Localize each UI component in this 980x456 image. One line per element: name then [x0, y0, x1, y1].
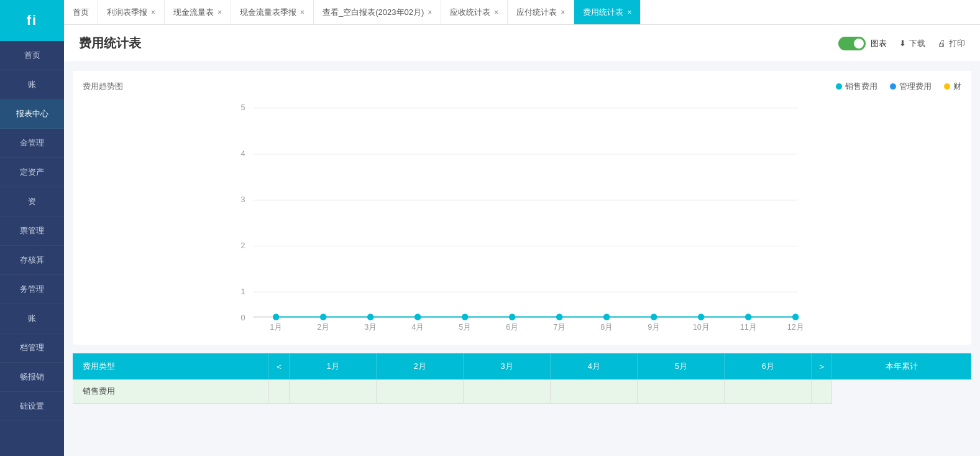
sidebar-item-smooth-cancel[interactable]: 畅报销	[0, 363, 64, 392]
tab-profit-report-label: 利润表季报	[107, 7, 147, 18]
svg-text:5月: 5月	[459, 323, 471, 332]
data-table-section: 费用类型 < 1月 2月 3月 4月 5月 6月 > 本年累计	[73, 353, 971, 404]
chart-container: 5 4 3 2 1 0 1月 2月 3月	[83, 98, 961, 335]
app-logo: fi	[0, 0, 64, 41]
tab-receivable[interactable]: 应收统计表 ×	[441, 0, 508, 24]
sidebar-item-account[interactable]: 账	[0, 70, 64, 100]
col-nav-next[interactable]: >	[812, 353, 832, 379]
svg-text:7月: 7月	[553, 323, 566, 332]
tab-view-blank[interactable]: 查看_空白报表(2023年02月) ×	[314, 0, 441, 24]
print-button[interactable]: 🖨 打印	[938, 38, 965, 49]
tab-expense-stats-close[interactable]: ×	[627, 8, 631, 17]
svg-text:12月: 12月	[787, 323, 804, 332]
download-icon: ⬇	[899, 39, 906, 48]
svg-text:5: 5	[241, 103, 245, 112]
tab-payable-label: 应付统计表	[516, 7, 557, 18]
col-expense-type: 费用类型	[73, 353, 269, 379]
chart-section: 费用趋势图 销售费用 管理费用 财	[73, 71, 971, 345]
download-button[interactable]: ⬇ 下载	[899, 38, 925, 49]
svg-text:2月: 2月	[317, 323, 329, 332]
svg-text:3: 3	[241, 195, 245, 204]
svg-point-30	[556, 314, 563, 320]
sidebar-item-archive-mgmt[interactable]: 档管理	[0, 333, 64, 363]
col-m1: 1月	[290, 353, 377, 379]
chart-toggle[interactable]	[838, 37, 866, 50]
svg-text:10月: 10月	[693, 323, 710, 332]
header-actions: 图表 ⬇ 下载 🖨 打印	[838, 37, 965, 50]
download-label: 下载	[909, 38, 925, 49]
tab-cashflow-quarterly-close[interactable]: ×	[300, 8, 305, 17]
tab-home[interactable]: 首页	[64, 0, 98, 24]
svg-text:9月: 9月	[648, 323, 660, 332]
col-m2: 2月	[377, 353, 464, 379]
sidebar-item-capital[interactable]: 资	[0, 187, 64, 216]
svg-point-27	[414, 314, 421, 320]
legend-item-admin: 管理费用	[890, 81, 932, 92]
sidebar-item-inventory[interactable]: 存核算	[0, 246, 64, 275]
svg-point-34	[745, 314, 752, 320]
sidebar-item-debt[interactable]: 账	[0, 304, 64, 333]
sidebar-item-report-center[interactable]: 报表中心	[0, 100, 64, 129]
tab-bar: 首页 利润表季报 × 现金流量表 × 现金流量表季报 × 查看_空白报表(202…	[64, 0, 980, 25]
svg-text:4月: 4月	[411, 323, 424, 332]
tab-view-blank-close[interactable]: ×	[428, 8, 432, 17]
sidebar-item-fixed-assets[interactable]: 定资产	[0, 158, 64, 187]
row-m2	[290, 379, 377, 404]
row-m1	[269, 379, 290, 404]
tab-view-blank-label: 查看_空白报表(2023年02月)	[323, 7, 424, 18]
svg-point-31	[603, 314, 610, 320]
legend-item-sales: 销售费用	[836, 81, 877, 92]
col-m6: 6月	[725, 353, 812, 379]
chart-svg: 5 4 3 2 1 0 1月 2月 3月	[83, 98, 961, 335]
svg-point-33	[698, 314, 705, 320]
main-area: 首页 利润表季报 × 现金流量表 × 现金流量表季报 × 查看_空白报表(202…	[64, 0, 980, 456]
svg-point-29	[509, 314, 516, 320]
tab-expense-stats-label: 费用统计表	[583, 7, 623, 18]
sidebar-item-service-mgmt[interactable]: 务管理	[0, 275, 64, 304]
legend-label-sales: 销售费用	[845, 81, 877, 92]
chart-toggle-wrap: 图表	[838, 37, 887, 50]
tab-expense-stats[interactable]: 费用统计表 ×	[574, 0, 641, 24]
svg-text:0: 0	[241, 314, 245, 322]
col-m3: 3月	[464, 353, 551, 379]
legend-dot-sales	[836, 83, 842, 90]
tab-payable[interactable]: 应付统计表 ×	[508, 0, 574, 24]
tab-cashflow-close[interactable]: ×	[218, 8, 222, 17]
sidebar: fi 首页 账 报表中心 金管理 定资产 资 票管理 存核算 务管理 账 档管理…	[0, 0, 64, 456]
tab-receivable-close[interactable]: ×	[494, 8, 498, 17]
tab-profit-report-close[interactable]: ×	[151, 8, 155, 17]
row-m5	[551, 379, 638, 404]
svg-point-26	[367, 314, 374, 320]
expense-table: 费用类型 < 1月 2月 3月 4月 5月 6月 > 本年累计	[73, 353, 971, 404]
tab-payable-close[interactable]: ×	[561, 8, 565, 17]
svg-text:8月: 8月	[600, 323, 613, 332]
legend-dot-finance	[944, 83, 950, 90]
sidebar-item-home[interactable]: 首页	[0, 41, 64, 70]
svg-point-32	[651, 314, 657, 320]
svg-text:11月: 11月	[740, 323, 757, 332]
col-ytd: 本年累计	[832, 353, 971, 379]
table-row: 销售费用	[73, 379, 971, 404]
col-m4: 4月	[551, 353, 638, 379]
tab-profit-report[interactable]: 利润表季报 ×	[98, 0, 165, 24]
legend-dot-admin	[890, 83, 896, 90]
tab-cashflow-label: 现金流量表	[173, 7, 214, 18]
chart-toggle-label: 图表	[871, 38, 887, 49]
col-m5: 5月	[638, 353, 725, 379]
svg-text:3月: 3月	[364, 323, 377, 332]
row-m3	[377, 379, 464, 404]
col-nav-prev[interactable]: <	[269, 353, 290, 379]
tab-cashflow-quarterly[interactable]: 现金流量表季报 ×	[231, 0, 314, 24]
row-m4	[464, 379, 551, 404]
page-content: 费用统计表 图表 ⬇ 下载 🖨 打印 费用趋势图	[64, 25, 980, 456]
sidebar-item-basic-settings[interactable]: 础设置	[0, 392, 64, 421]
tab-home-label: 首页	[73, 7, 89, 18]
tab-receivable-label: 应收统计表	[450, 7, 490, 18]
svg-text:4: 4	[241, 149, 245, 158]
sidebar-item-fund-mgmt[interactable]: 金管理	[0, 129, 64, 158]
sidebar-item-ticket-mgmt[interactable]: 票管理	[0, 216, 64, 246]
tab-cashflow[interactable]: 现金流量表 ×	[165, 0, 231, 24]
print-label: 打印	[949, 38, 965, 49]
row-type: 销售费用	[73, 379, 269, 404]
row-ytd	[725, 379, 812, 404]
